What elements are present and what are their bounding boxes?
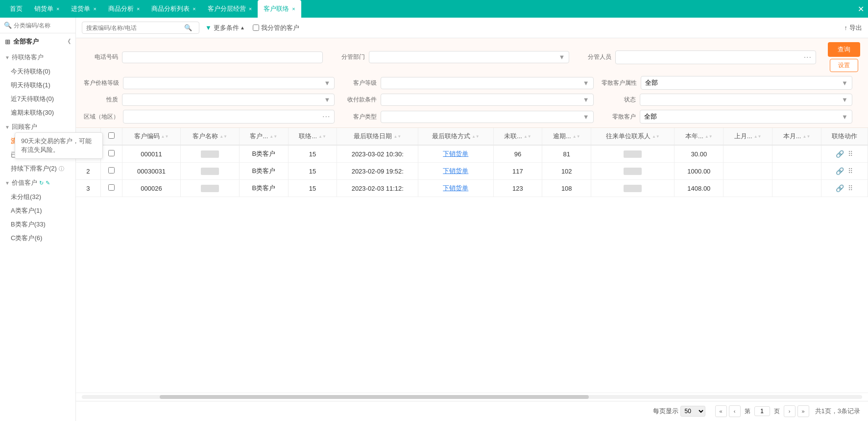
sidebar-group-value[interactable]: ▼ 价值客户 ↻ ✎: [0, 175, 75, 190]
tab-sales[interactable]: 销货单 ×: [28, 0, 65, 18]
more-action-icon[interactable]: ⠿: [848, 167, 853, 175]
close-sales-icon[interactable]: ×: [56, 6, 59, 12]
sidebar-item-overdue[interactable]: 逾期未联络(30): [0, 106, 75, 120]
refresh-icon[interactable]: ↻: [39, 180, 44, 186]
filter-retail-attr-select[interactable]: 全部 ▼: [641, 76, 852, 90]
row-unit-contact: [591, 163, 675, 180]
col-checkbox[interactable]: [100, 128, 122, 145]
row-checkbox[interactable]: [108, 150, 115, 156]
sidebar-item-declining[interactable]: 持续下滑客户(2) ⓘ: [0, 162, 75, 175]
filter-icon: ▼: [205, 24, 212, 31]
filter-price-level-select[interactable]: ▼: [123, 77, 335, 89]
filter-retail-customer-select[interactable]: 全部 ▼: [640, 110, 852, 124]
customer-level-arrow-icon: ▼: [583, 79, 589, 87]
col-this-month[interactable]: 本月... ▲▼: [772, 128, 821, 145]
toolbar-search-input[interactable]: [86, 25, 184, 31]
col-uncontacted[interactable]: 未联... ▲▼: [493, 128, 542, 145]
my-customers-input[interactable]: [253, 25, 259, 31]
row-checkbox-cell[interactable]: [100, 180, 122, 197]
page-size-select[interactable]: 50 20 100: [680, 406, 705, 417]
filter-region-select[interactable]: ···: [123, 110, 335, 124]
row-last-contact-date: 2023-03-02 10:30:: [337, 145, 418, 163]
close-analysis-icon[interactable]: ×: [137, 6, 140, 12]
row-checkbox-cell[interactable]: [100, 163, 122, 180]
page-input[interactable]: [754, 406, 770, 416]
grid-icon: ⊞: [5, 38, 10, 46]
row-last-contact-method[interactable]: 下销货单: [418, 163, 493, 180]
row-checkbox[interactable]: [108, 167, 115, 173]
filter-nature-select[interactable]: ▼: [122, 94, 335, 106]
filter-toggle[interactable]: ▼ 更多条件 ▲: [205, 24, 245, 32]
row-last-contact-method[interactable]: 下销货单: [418, 180, 493, 197]
sidebar-item-7days[interactable]: 近7天待联络(0): [0, 92, 75, 106]
tab-analysis-list[interactable]: 商品分析列表 ×: [145, 0, 201, 18]
content-area: 🔍 ▼ 更多条件 ▲ 我分管的客户 ↑ 导出 电话号码: [76, 18, 868, 421]
more-action-icon[interactable]: ⠿: [848, 150, 853, 158]
col-this-year[interactable]: 本年... ▲▼: [675, 128, 723, 145]
filter-status-select[interactable]: ▼: [640, 94, 852, 106]
scrollbar-thumb[interactable]: [160, 395, 589, 399]
row-this-year: 30.00: [675, 145, 723, 163]
settings-button[interactable]: 设置: [830, 59, 858, 72]
close-analysis-list-icon[interactable]: ×: [193, 6, 195, 12]
toolbar-search-button[interactable]: 🔍: [184, 24, 192, 31]
page-first-button[interactable]: «: [715, 405, 727, 417]
export-button[interactable]: ↑ 导出: [844, 24, 863, 32]
filter-manager-label: 分管人员: [577, 53, 611, 61]
sidebar-all-customers[interactable]: ⊞ 全部客户 《: [0, 33, 75, 50]
link-action-icon[interactable]: 🔗: [836, 150, 844, 158]
sidebar-item-ungrouped[interactable]: 未分组(32): [0, 190, 75, 204]
page-next-button[interactable]: ›: [784, 405, 796, 417]
page-last-button[interactable]: »: [797, 405, 809, 417]
tab-customer-link[interactable]: 客户联络 ×: [258, 0, 301, 18]
query-button[interactable]: 查询: [828, 42, 860, 57]
filter-customer-level-select[interactable]: ▼: [381, 77, 593, 89]
close-customer-link-icon[interactable]: ×: [292, 6, 295, 12]
filter-phone-input[interactable]: [122, 51, 323, 63]
row-checkbox[interactable]: [108, 184, 115, 191]
col-code[interactable]: 客户编码 ▲▼: [122, 128, 181, 145]
sidebar-item-class-b[interactable]: B类客户(33): [0, 218, 75, 231]
collapse-icon[interactable]: 《: [65, 38, 71, 46]
col-overdue[interactable]: 逾期... ▲▼: [542, 128, 591, 145]
filter-dept-select[interactable]: ▼: [369, 51, 570, 63]
sidebar-item-class-c[interactable]: C类客户(6): [0, 231, 75, 245]
row-last-contact-method[interactable]: 下销货单: [418, 145, 493, 163]
filter-payment-select[interactable]: ▼: [381, 94, 593, 106]
col-last-month[interactable]: 上月... ▲▼: [723, 128, 772, 145]
more-action-icon[interactable]: ⠿: [848, 184, 853, 192]
col-contact[interactable]: 联络... ▲▼: [288, 128, 337, 145]
filter-customer-type-select[interactable]: ▼: [381, 111, 593, 123]
col-name[interactable]: 客户名称 ▲▼: [181, 128, 240, 145]
info-icon-declining: ⓘ: [59, 165, 64, 173]
scrollbar-track[interactable]: [82, 395, 862, 399]
sidebar-group-pending[interactable]: ▼ 待联络客户: [0, 50, 75, 65]
sidebar-item-tomorrow[interactable]: 明天待联络(1): [0, 78, 75, 92]
link-action-icon[interactable]: 🔗: [836, 184, 844, 192]
tab-analysis[interactable]: 商品分析 ×: [102, 0, 145, 18]
edit-icon[interactable]: ✎: [46, 180, 50, 186]
close-purchase-icon[interactable]: ×: [93, 6, 96, 12]
price-level-arrow-icon: ▼: [324, 79, 330, 87]
page-prev-button[interactable]: ‹: [729, 405, 741, 417]
toolbar-search-box: 🔍: [82, 22, 199, 34]
tab-purchase[interactable]: 进货单 ×: [65, 0, 102, 18]
my-customers-checkbox[interactable]: 我分管的客户: [253, 24, 299, 32]
table-row: 2 00030031 B类客户 15 2023-02-09 19:52: 下销货…: [76, 163, 868, 180]
col-last-contact-method[interactable]: 最后联络方式 ▲▼: [418, 128, 493, 145]
col-last-contact-date[interactable]: 最后联络日期 ▲▼: [337, 128, 418, 145]
tab-customer-tier[interactable]: 客户分层经营 ×: [202, 0, 258, 18]
sidebar-item-class-a[interactable]: A类客户(1): [0, 204, 75, 218]
link-action-icon[interactable]: 🔗: [836, 167, 844, 175]
col-type[interactable]: 客户... ▲▼: [239, 128, 288, 145]
row-checkbox-cell[interactable]: [100, 145, 122, 163]
close-all-button[interactable]: ✕: [858, 4, 864, 14]
horizontal-scrollbar[interactable]: [76, 393, 868, 401]
filter-manager-select[interactable]: ···: [615, 50, 816, 64]
close-customer-tier-icon[interactable]: ×: [249, 6, 252, 12]
tab-home[interactable]: 首页: [4, 4, 28, 13]
col-unit-contact[interactable]: 往来单位联系人 ▲▼: [591, 128, 675, 145]
select-all-checkbox[interactable]: [108, 132, 115, 139]
sidebar-search-input[interactable]: [14, 22, 76, 29]
sidebar-item-today[interactable]: 今天待联络(0): [0, 65, 75, 78]
